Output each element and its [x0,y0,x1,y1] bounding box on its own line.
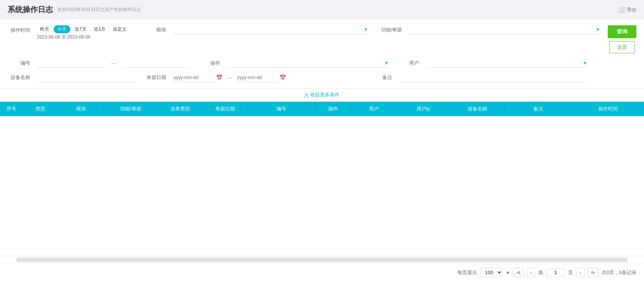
col-bill-date: 单据日期 [202,102,247,116]
operation-arrow-icon: ▼ [384,61,389,66]
col-operation: 操作 [315,102,351,116]
user-arrow-icon: ▼ [583,61,587,66]
calendar-start-icon[interactable]: 📅 [216,75,222,81]
export-button[interactable]: ⬜ 导出 [618,6,636,13]
code-input-end[interactable] [122,59,190,68]
operation-label: 操作 [198,60,220,67]
date-dash: — [227,75,232,81]
col-code: 编号 [248,102,315,116]
page-label: 第 [538,269,543,276]
collapse-label: 收起更多条件 [310,92,340,98]
page-title: 系统操作日志 [8,5,53,15]
col-module: 模块 [59,102,103,116]
time-range-text: 2023-06-06 至 2023-06-06 [37,34,130,40]
device-input[interactable] [37,73,136,82]
export-icon: ⬜ [618,7,625,13]
time-label: 操作时间 [8,25,30,34]
module-label: 模块 [144,26,166,33]
data-table: 序号 类型 模块 功能/单据 业务类型 单据日期 编号 操作 用户 用户ip 设… [0,102,644,249]
export-label: 导出 [627,6,636,13]
calendar-end-icon[interactable]: 📅 [280,75,286,81]
col-user: 用户 [351,102,396,116]
user-label: 用户 [396,60,419,67]
col-device: 设备名称 [450,102,504,116]
operation-select[interactable]: ▼ [227,59,389,68]
collapse-icon: ⋀ [304,92,309,98]
table-container: 序号 类型 模块 功能/单据 业务类型 单据日期 编号 操作 用户 用户ip 设… [0,102,644,256]
collapse-row: ⋀ 收起更多条件 [0,88,644,102]
filter-area: 操作时间 昨天 今天 近7天 近1月 自定义 2023-06-06 至 2023… [0,19,644,88]
per-page-select[interactable]: 100 10 20 50 [480,268,503,277]
col-remark: 备注 [504,102,572,116]
page-input[interactable] [546,268,565,277]
table-header-row: 序号 类型 模块 功能/单据 业务类型 单据日期 编号 操作 用户 用户ip 设… [0,102,644,116]
empty-cell [0,116,644,248]
user-select[interactable]: ▼ [426,59,587,68]
col-time: 操作时间 [572,102,644,116]
last-page-button[interactable]: ⊳ [588,268,599,277]
time-btn-yesterday[interactable]: 昨天 [37,25,52,33]
function-select[interactable]: ▼ [409,25,601,34]
time-btn-today[interactable]: 今天 [54,25,70,33]
code-label: 编号 [8,60,30,67]
bill-date-label: 单据日期 [144,74,166,81]
code-dash: — [111,61,116,66]
col-type: 类型 [23,102,59,116]
horizontal-scrollbar[interactable] [16,258,628,262]
time-btn-7days[interactable]: 近7天 [72,25,90,33]
query-button[interactable]: 查询 [608,25,636,38]
col-index: 序号 [0,102,23,116]
module-arrow-icon: ▼ [364,27,368,32]
bill-date-group: 📅 — 📅 [173,73,362,82]
time-btn-custom[interactable]: 自定义 [110,25,130,33]
col-function: 功能/单据 [103,102,158,116]
page-suffix: 页 [568,269,573,276]
bill-date-end[interactable] [236,73,278,82]
remark-input[interactable] [399,73,588,82]
action-buttons: 查询 设置 [608,25,636,53]
remark-label: 备注 [369,74,392,81]
scrollbar-container[interactable] [0,256,644,264]
settings-button[interactable]: 设置 [609,41,635,53]
prev-page-button[interactable]: ‹ [527,268,535,277]
per-page-arrow-icon: ▼ [506,270,510,275]
col-user-ip: 用户ip [396,102,450,116]
per-page-label: 每页显示 [457,269,477,276]
col-biz-type: 业务类型 [158,102,202,116]
page-subtitle: 支持2020年10月31日之后产生的操作日志 [57,6,141,13]
bill-date-start[interactable] [173,73,215,82]
collapse-button[interactable]: ⋀ 收起更多条件 [304,92,340,98]
first-page-button[interactable]: ⊲ [513,268,524,277]
function-arrow-icon: ▼ [596,27,600,32]
module-select[interactable]: ▼ [173,25,368,34]
time-btn-1month[interactable]: 近1月 [91,25,109,33]
total-info: 共0页，0条记录 [602,269,636,276]
code-input-start[interactable] [37,59,105,68]
device-label: 设备名称 [8,74,30,81]
next-page-button[interactable]: › [576,268,584,277]
pagination: 每页显示 100 10 20 50 ▼ ⊲ ‹ 第 页 › ⊳ 共0页，0条记录 [0,264,644,281]
function-label: 功能/单据 [376,26,402,33]
